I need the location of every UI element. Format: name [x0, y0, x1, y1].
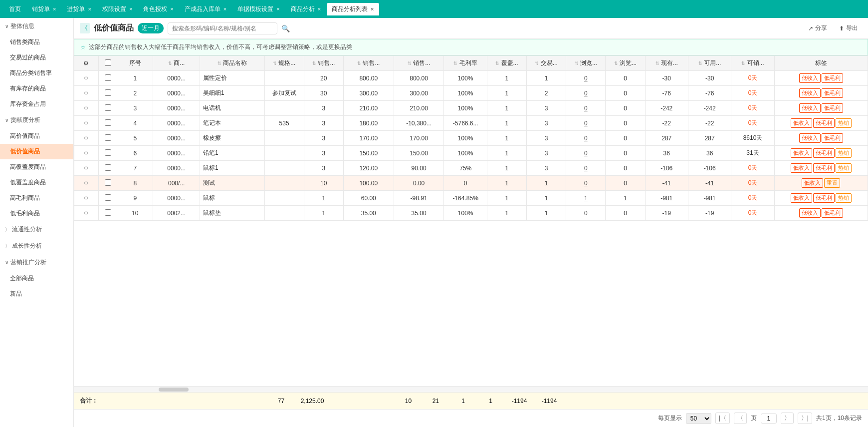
col-settings[interactable]: ⚙ [74, 56, 99, 71]
cell-checkbox[interactable] [98, 191, 117, 206]
nav-role-auth[interactable]: 角色授权 × [138, 3, 178, 15]
row-checkbox[interactable] [105, 119, 111, 126]
nav-purchase-order[interactable]: 进货单 × [62, 3, 96, 15]
col-code[interactable]: ⇅ 商... [153, 56, 200, 71]
cell-name[interactable]: 铅笔1 [200, 146, 264, 161]
close-icon[interactable]: × [88, 6, 91, 12]
scroll-thumb[interactable] [159, 388, 189, 392]
cell-checkbox[interactable] [98, 206, 117, 221]
page-size-select[interactable]: 50 100 200 [686, 413, 711, 424]
row-checkbox[interactable] [105, 209, 111, 216]
page-input[interactable]: 1 [761, 414, 777, 424]
row-checkbox[interactable] [105, 74, 111, 81]
close-icon[interactable]: × [276, 6, 279, 12]
col-browse1[interactable]: ⇅ 浏览... [566, 56, 606, 71]
row-checkbox[interactable] [105, 164, 111, 171]
sidebar-section-liquidity[interactable]: 〉 流通性分析 [0, 221, 73, 238]
cell-checkbox[interactable] [98, 161, 117, 176]
cell-browse1[interactable]: 0 [566, 101, 606, 116]
nav-product-analysis-list[interactable]: 商品分析列表 × [327, 3, 379, 15]
sidebar-section-contribution[interactable]: ∨ 贡献度分析 [0, 112, 73, 128]
browse-link[interactable]: 0 [584, 105, 588, 112]
col-name[interactable]: ⇅ 商品名称 [200, 56, 264, 71]
sidebar-item-new-products[interactable]: 新品 [0, 286, 73, 302]
col-spec[interactable]: ⇅ 规格... [264, 56, 304, 71]
next-page-button[interactable]: 〉 [781, 413, 794, 424]
cell-name[interactable]: 鼠标 [200, 191, 264, 206]
prev-page-button[interactable]: 〈 [734, 413, 747, 424]
sidebar-item-stock-products[interactable]: 有库存的商品 [0, 81, 73, 96]
sidebar-collapse-button[interactable]: 《 [80, 23, 90, 33]
browse-link[interactable]: 0 [584, 180, 588, 187]
row-checkbox[interactable] [105, 149, 111, 156]
cell-checkbox[interactable] [98, 131, 117, 146]
close-icon[interactable]: × [53, 6, 56, 12]
cell-checkbox[interactable] [98, 116, 117, 131]
cell-browse1[interactable]: 0 [566, 146, 606, 161]
cell-checkbox[interactable] [98, 86, 117, 101]
col-avail[interactable]: ⇅ 可用... [688, 56, 731, 71]
sidebar-item-all-products[interactable]: 全部商品 [0, 271, 73, 286]
cell-browse1[interactable]: 0 [566, 116, 606, 131]
first-page-button[interactable]: |〈 [715, 413, 730, 424]
col-checkbox[interactable] [98, 56, 117, 71]
cell-checkbox[interactable] [98, 176, 117, 191]
cell-browse1[interactable]: 0 [566, 206, 606, 221]
row-checkbox[interactable] [105, 89, 111, 96]
row-checkbox[interactable] [105, 104, 111, 111]
close-icon[interactable]: × [318, 6, 321, 12]
select-all-checkbox[interactable] [105, 59, 111, 66]
close-icon[interactable]: × [371, 6, 374, 12]
nav-sales-order[interactable]: 销货单 × [27, 3, 61, 15]
nav-product-in[interactable]: 产成品入库单 × [180, 3, 231, 15]
cell-name[interactable]: 鼠标1 [200, 161, 264, 176]
cell-name[interactable]: 吴细细1 [200, 86, 264, 101]
sidebar-item-traded-products[interactable]: 交易过的商品 [0, 50, 73, 65]
col-sellable[interactable]: ⇅ 可销... [731, 56, 774, 71]
col-sales-amount2[interactable]: ⇅ 销售... [394, 56, 444, 71]
last-page-button[interactable]: 〉| [798, 413, 812, 424]
cell-browse1[interactable]: 0 [566, 161, 606, 176]
sidebar-item-high-margin[interactable]: 高毛利商品 [0, 190, 73, 206]
col-gross-margin[interactable]: ⇅ 毛利率 [444, 56, 487, 71]
browse-link[interactable]: 0 [584, 90, 588, 97]
sidebar-item-high-coverage[interactable]: 高覆盖度商品 [0, 159, 73, 175]
cell-browse1[interactable]: 0 [566, 131, 606, 146]
close-icon[interactable]: × [170, 6, 173, 12]
sidebar-item-category-rate[interactable]: 商品分类销售率 [0, 65, 73, 81]
close-icon[interactable]: × [223, 6, 226, 12]
sidebar-section-marketing[interactable]: ∨ 营销推广分析 [0, 254, 73, 271]
sidebar-item-stock-fund[interactable]: 库存资金占用 [0, 96, 73, 112]
sidebar-section-general[interactable]: ∨ 整体信息 [0, 18, 73, 34]
cell-name[interactable]: 橡皮擦 [200, 131, 264, 146]
row-checkbox[interactable] [105, 134, 111, 141]
horizontal-scrollbar[interactable] [74, 386, 868, 392]
close-icon[interactable]: × [129, 6, 132, 12]
col-trade[interactable]: ⇅ 交易... [527, 56, 566, 71]
browse-link[interactable]: 0 [584, 210, 588, 217]
cell-name[interactable]: 测试 [200, 176, 264, 191]
browse-link[interactable]: 1 [584, 195, 588, 202]
col-sales-amount1[interactable]: ⇅ 销售... [343, 56, 394, 71]
cell-name[interactable]: 鼠标垫 [200, 206, 264, 221]
sidebar-item-sales-products[interactable]: 销售类商品 [0, 34, 73, 50]
cell-browse1[interactable]: 0 [566, 86, 606, 101]
browse-link[interactable]: 0 [584, 75, 588, 82]
cell-name[interactable]: 电话机 [200, 101, 264, 116]
sidebar-item-low-value[interactable]: 低价值商品 [0, 144, 73, 159]
cell-browse1[interactable]: 0 [566, 176, 606, 191]
browse-link[interactable]: 0 [584, 150, 588, 157]
cell-checkbox[interactable] [98, 146, 117, 161]
browse-link[interactable]: 0 [584, 120, 588, 127]
cell-name[interactable]: 属性定价 [200, 71, 264, 86]
row-checkbox[interactable] [105, 194, 111, 201]
cell-checkbox[interactable] [98, 71, 117, 86]
search-icon[interactable]: 🔍 [281, 24, 290, 32]
time-filter-badge[interactable]: 近一月 [138, 23, 164, 33]
nav-home[interactable]: 首页 [4, 3, 26, 15]
col-stock[interactable]: ⇅ 现有... [645, 56, 688, 71]
sidebar-item-low-coverage[interactable]: 低覆盖度商品 [0, 175, 73, 190]
col-browse2[interactable]: ⇅ 浏览... [606, 56, 645, 71]
cell-checkbox[interactable] [98, 101, 117, 116]
table-wrapper[interactable]: ⚙ 序号 ⇅ 商... ⇅ 商品名称 ⇅ 规格... ⇅ 销售... ⇅ 销售.… [74, 55, 868, 386]
